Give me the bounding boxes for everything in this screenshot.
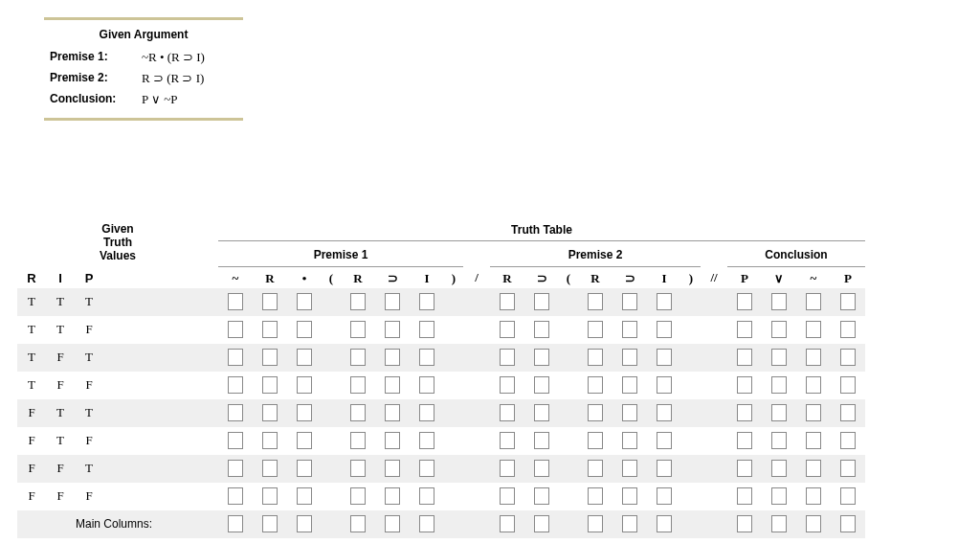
p2-input-r6-c0[interactable]	[500, 460, 515, 477]
c-input-r3-c2[interactable]	[806, 376, 821, 394]
c-input-r7-c3[interactable]	[840, 487, 856, 505]
p1-input-r4-c2[interactable]	[297, 404, 312, 421]
p1-input-r5-c2[interactable]	[297, 432, 312, 449]
p1-input-r0-c0[interactable]	[228, 293, 243, 310]
p1-input-r2-c2[interactable]	[297, 349, 312, 366]
p1-input-r3-c1[interactable]	[262, 376, 278, 394]
p1-input-r4-c1[interactable]	[262, 404, 278, 421]
p1-input-r5-c0[interactable]	[228, 432, 243, 449]
p2-input-r2-c0[interactable]	[500, 349, 515, 366]
p1-input-rmain-c0[interactable]	[228, 515, 243, 532]
p2-input-r2-c4[interactable]	[622, 349, 637, 366]
p1-input-r2-c5[interactable]	[385, 349, 400, 366]
p1-input-r3-c6[interactable]	[419, 376, 434, 394]
p2-input-r7-c3[interactable]	[588, 487, 603, 505]
c-input-r2-c2[interactable]	[806, 349, 821, 366]
p1-input-r2-c1[interactable]	[262, 349, 278, 366]
p2-input-r0-c5[interactable]	[657, 293, 672, 310]
p1-input-r5-c1[interactable]	[262, 432, 278, 449]
p1-input-r6-c5[interactable]	[385, 460, 400, 477]
p1-input-r7-c1[interactable]	[262, 487, 278, 505]
c-input-r4-c3[interactable]	[840, 404, 856, 421]
p1-input-r5-c5[interactable]	[385, 432, 400, 449]
c-input-r7-c2[interactable]	[806, 487, 821, 505]
p2-input-rmain-c3[interactable]	[588, 515, 603, 532]
p1-input-r6-c6[interactable]	[419, 460, 434, 477]
c-input-r4-c2[interactable]	[806, 404, 821, 421]
p1-input-r7-c0[interactable]	[228, 487, 243, 505]
c-input-r7-c0[interactable]	[737, 487, 752, 505]
p1-input-r3-c4[interactable]	[350, 376, 366, 394]
p2-input-rmain-c5[interactable]	[657, 515, 672, 532]
p2-input-r6-c1[interactable]	[534, 460, 549, 477]
p2-input-r1-c5[interactable]	[657, 321, 672, 338]
p2-input-r4-c4[interactable]	[622, 404, 637, 421]
p1-input-r4-c6[interactable]	[419, 404, 434, 421]
p1-input-r7-c4[interactable]	[350, 487, 366, 505]
p1-input-r7-c5[interactable]	[385, 487, 400, 505]
p2-input-r7-c0[interactable]	[500, 487, 515, 505]
p2-input-r1-c1[interactable]	[534, 321, 549, 338]
c-input-r6-c3[interactable]	[840, 460, 856, 477]
p1-input-r4-c4[interactable]	[350, 404, 366, 421]
p1-input-r0-c2[interactable]	[297, 293, 312, 310]
c-input-r3-c3[interactable]	[840, 376, 856, 394]
p2-input-r5-c4[interactable]	[622, 432, 637, 449]
c-input-r5-c0[interactable]	[737, 432, 752, 449]
p2-input-r2-c3[interactable]	[588, 349, 603, 366]
p2-input-r5-c0[interactable]	[500, 432, 515, 449]
p2-input-r0-c1[interactable]	[534, 293, 549, 310]
p2-input-r4-c3[interactable]	[588, 404, 603, 421]
p2-input-r7-c1[interactable]	[534, 487, 549, 505]
p2-input-r6-c3[interactable]	[588, 460, 603, 477]
p2-input-r3-c1[interactable]	[534, 376, 549, 394]
p1-input-r3-c2[interactable]	[297, 376, 312, 394]
p1-input-r3-c0[interactable]	[228, 376, 243, 394]
p2-input-r3-c4[interactable]	[622, 376, 637, 394]
c-input-r0-c3[interactable]	[840, 293, 856, 310]
p2-input-rmain-c1[interactable]	[534, 515, 549, 532]
p1-input-r2-c0[interactable]	[228, 349, 243, 366]
p1-input-r0-c4[interactable]	[350, 293, 366, 310]
p1-input-r3-c5[interactable]	[385, 376, 400, 394]
p1-input-r0-c6[interactable]	[419, 293, 434, 310]
c-input-r3-c0[interactable]	[737, 376, 752, 394]
p2-input-r1-c0[interactable]	[500, 321, 515, 338]
c-input-r2-c3[interactable]	[840, 349, 856, 366]
c-input-r2-c1[interactable]	[771, 349, 787, 366]
p2-input-r1-c4[interactable]	[622, 321, 637, 338]
c-input-r4-c1[interactable]	[771, 404, 787, 421]
c-input-rmain-c2[interactable]	[806, 515, 821, 532]
p2-input-r2-c5[interactable]	[657, 349, 672, 366]
p2-input-r7-c4[interactable]	[622, 487, 637, 505]
p1-input-r1-c1[interactable]	[262, 321, 278, 338]
p1-input-r2-c4[interactable]	[350, 349, 366, 366]
p2-input-r0-c0[interactable]	[500, 293, 515, 310]
c-input-r1-c0[interactable]	[737, 321, 752, 338]
p1-input-rmain-c5[interactable]	[385, 515, 400, 532]
p2-input-r6-c5[interactable]	[657, 460, 672, 477]
p1-input-r1-c6[interactable]	[419, 321, 434, 338]
p1-input-rmain-c2[interactable]	[297, 515, 312, 532]
p1-input-r5-c6[interactable]	[419, 432, 434, 449]
p1-input-rmain-c4[interactable]	[350, 515, 366, 532]
p2-input-r5-c3[interactable]	[588, 432, 603, 449]
c-input-r5-c2[interactable]	[806, 432, 821, 449]
p2-input-r3-c0[interactable]	[500, 376, 515, 394]
c-input-r5-c3[interactable]	[840, 432, 856, 449]
c-input-r7-c1[interactable]	[771, 487, 787, 505]
p1-input-r6-c0[interactable]	[228, 460, 243, 477]
p2-input-r6-c4[interactable]	[622, 460, 637, 477]
p1-input-r1-c0[interactable]	[228, 321, 243, 338]
c-input-r0-c0[interactable]	[737, 293, 752, 310]
p2-input-rmain-c4[interactable]	[622, 515, 637, 532]
p2-input-r1-c3[interactable]	[588, 321, 603, 338]
c-input-r1-c1[interactable]	[771, 321, 787, 338]
p2-input-r2-c1[interactable]	[534, 349, 549, 366]
p1-input-r2-c6[interactable]	[419, 349, 434, 366]
p2-input-r5-c5[interactable]	[657, 432, 672, 449]
c-input-r0-c2[interactable]	[806, 293, 821, 310]
p2-input-r5-c1[interactable]	[534, 432, 549, 449]
c-input-r3-c1[interactable]	[771, 376, 787, 394]
c-input-r4-c0[interactable]	[737, 404, 752, 421]
